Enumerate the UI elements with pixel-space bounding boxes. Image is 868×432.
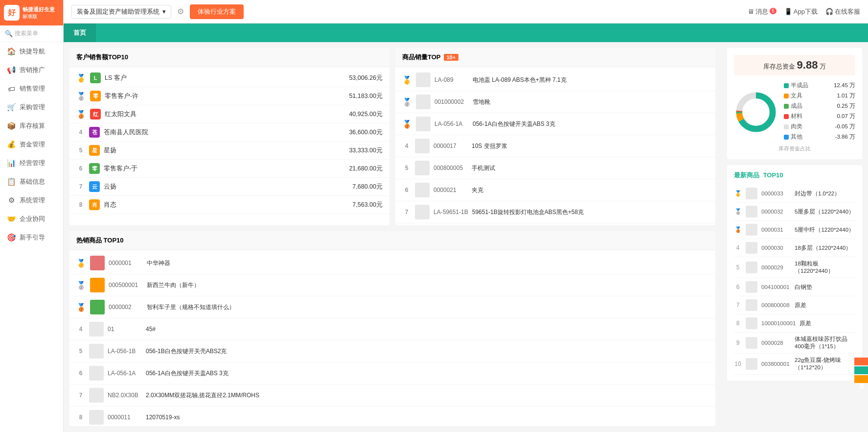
product-image	[89, 410, 104, 425]
float-btn-live[interactable]: 直播	[854, 375, 868, 383]
table-row: 8 0000011 12070519-xs	[69, 407, 715, 426]
product-image	[746, 206, 757, 217]
table-row: 7 000800008 原差	[734, 296, 855, 314]
table-row: 🥇 0000001 中华神器	[69, 252, 715, 274]
finance-icon: 💰	[7, 140, 16, 149]
trial-btn[interactable]: 体验行业方案	[190, 4, 244, 19]
sidebar-item-basic-info[interactable]: 📋 基础信息	[0, 172, 63, 191]
app-download-btn[interactable]: 📱 App下载	[784, 7, 818, 16]
product-image	[89, 366, 104, 381]
table-row: 🥉 红 红太阳文具 40,925.00元	[69, 105, 389, 123]
product-sales-panel: 商品销量TOP 10+ 🥇 LA-089 电池盖 LA-089 ABS本色+黑种…	[395, 48, 715, 225]
table-row: 6 LA-056-1A 056-1A白色按键开关盖ABS 3克	[69, 362, 715, 384]
sidebar-item-marketing[interactable]: 📢 营销推广	[0, 61, 63, 79]
medal-bronze-icon: 🥉	[76, 110, 86, 119]
customer-ranking-panel: 客户销售额TOP10 🥇 L LS 客户 53,006.26元 🥈 零	[69, 48, 389, 225]
table-row: 5 0000029 18颗粒板（1220*2440）	[734, 257, 855, 278]
medal-icon: 🥉	[402, 120, 412, 129]
customer-badge: 肖	[89, 199, 100, 210]
app-name: 畅捷通好生意 标准版	[23, 6, 55, 19]
product-image	[415, 183, 430, 197]
logo-icon: 好	[4, 5, 20, 21]
product-image	[89, 344, 104, 359]
table-row: 6 004100001 白钢垫	[734, 278, 855, 296]
table-row: 🥈 零 零售客户-许 51,183.00元	[69, 87, 389, 105]
tab-home[interactable]: 首页	[64, 24, 96, 42]
legend-dot	[784, 124, 789, 129]
product-image	[416, 95, 431, 109]
table-row: 7 NB2.0X30B 2.0X30MM双搓花轴,搓花直径2.1MM/ROHS	[69, 384, 715, 407]
product-image	[746, 224, 757, 236]
sidebar-item-system[interactable]: ⚙ 系统管理	[0, 191, 63, 210]
medal-icon: 🥇	[76, 259, 86, 268]
legend-item: 文具 1.01 万	[784, 92, 855, 100]
table-row: 10 003800001 22g鱼豆腐-烧烤味（1*12*20）	[734, 354, 855, 375]
notification-btn[interactable]: 🖥 消息 6	[748, 7, 777, 16]
product-image	[416, 72, 431, 87]
table-row: 4 0000030 18多层（1220*2440）	[734, 239, 855, 257]
sidebar-item-sales[interactable]: 🏷 销售管理	[0, 79, 63, 98]
medal-gold-icon: 🥇	[76, 73, 86, 83]
product-sales-title: 商品销量TOP	[402, 53, 441, 62]
search-menu[interactable]: 🔍 搜索菜单	[0, 25, 63, 42]
sales-icon: 🏷	[7, 84, 16, 93]
online-service-btn[interactable]: 🎧 在线客服	[825, 7, 860, 16]
inventory-total: 库存总资金 9.88 万	[734, 55, 855, 75]
sidebar-item-guide[interactable]: 🎯 新手引导	[0, 228, 63, 247]
product-image	[746, 358, 757, 370]
legend-dot	[784, 104, 789, 109]
notification-icon: 🖥	[748, 8, 754, 15]
right-panel: 库存总资金 9.88 万	[721, 42, 868, 432]
table-row: 5 000800005 手机测试	[395, 157, 715, 179]
main-content: 装备及固定资产辅助管理系统 ▾ ⚙ 体验行业方案 🖥 消息 6 📱 App下载 …	[64, 0, 868, 432]
float-btn-community[interactable]: 服务社区	[854, 366, 868, 374]
product-image	[746, 242, 757, 254]
notification-badge: 6	[770, 8, 777, 14]
sidebar-item-finance[interactable]: 💰 资金管理	[0, 135, 63, 154]
table-row: 5 星 星扬 33,333.00元	[69, 142, 389, 160]
product-image	[746, 281, 757, 293]
system-icon: ⚙	[7, 196, 16, 205]
float-btn-service[interactable]: 客服热线	[854, 358, 868, 365]
topbar: 装备及固定资产辅助管理系统 ▾ ⚙ 体验行业方案 🖥 消息 6 📱 App下载 …	[64, 0, 868, 24]
product-image	[415, 139, 430, 153]
sidebar-item-quick-nav[interactable]: 🏠 快捷导航	[0, 42, 63, 61]
medal-icon: 🥇	[402, 75, 412, 85]
collaboration-icon: 🤝	[7, 215, 16, 223]
sidebar-item-collaboration[interactable]: 🤝 企业协同	[0, 210, 63, 228]
inventory-chart-area: 半成品 12.45 万 文具 1.01 万 成品 0.25 万	[734, 81, 855, 143]
system-selector[interactable]: 装备及固定资产辅助管理系统 ▾	[71, 5, 171, 19]
table-row: 4 01 45#	[69, 318, 715, 340]
product-sales-header: 商品销量TOP 10+	[395, 48, 715, 67]
hot-products-header: 热销商品 TOP10	[69, 231, 715, 250]
table-row: 🥈 001000002 雪地靴	[395, 91, 715, 113]
inventory-box: 库存总资金 9.88 万	[727, 48, 862, 159]
product-image	[415, 205, 430, 219]
sidebar-item-purchase[interactable]: 🛒 采购管理	[0, 98, 63, 117]
medal-silver-icon: 🥈	[76, 92, 86, 101]
medal-icon: 🥇	[734, 190, 742, 197]
app-logo: 好 畅捷通好生意 标准版	[0, 0, 63, 25]
settings-icon[interactable]: ⚙	[177, 7, 184, 16]
sidebar-item-inventory[interactable]: 📦 库存核算	[0, 117, 63, 135]
guide-icon: 🎯	[7, 233, 16, 242]
nav-tabs: 首页	[64, 24, 868, 42]
product-image	[746, 188, 757, 199]
sidebar-item-management[interactable]: 📊 经营管理	[0, 154, 63, 172]
phone-icon: 📱	[784, 8, 792, 15]
legend-dot	[784, 94, 789, 98]
basic-info-icon: 📋	[7, 177, 16, 186]
product-image	[90, 300, 105, 314]
product-image	[416, 117, 431, 131]
table-row: 🥇 0000033 封边带（1.0*22）	[734, 185, 855, 203]
product-sales-list: 🥇 LA-089 电池盖 LA-089 ABS本色+黑种 7.1克 🥈 0010…	[395, 67, 715, 225]
product-image	[89, 322, 104, 336]
table-row: 🥉 LA-056-1A 056-1A白色按键开关盖ABS 3克	[395, 113, 715, 135]
legend-dot	[784, 83, 789, 88]
table-row: 🥇 L LS 客户 53,006.26元	[69, 69, 389, 87]
table-row: 7 LA-59651-1B 59651-1B旋转投影灯电池盒ABS黑色+58克	[395, 201, 715, 223]
content-area: 客户销售额TOP10 🥇 L LS 客户 53,006.26元 🥈 零	[64, 42, 868, 432]
legend-dot	[784, 135, 789, 140]
medal-icon: 🥈	[76, 281, 86, 290]
table-row: 4 0000017 10S 变扭罗浆	[395, 135, 715, 157]
